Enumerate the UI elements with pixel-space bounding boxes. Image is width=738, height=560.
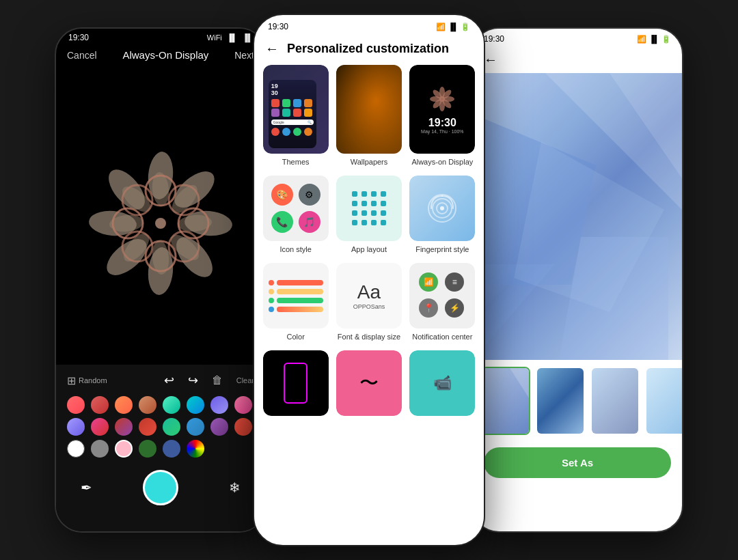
- color-palette: [67, 396, 254, 458]
- svg-point-37: [440, 206, 444, 210]
- color-swatch[interactable]: [115, 440, 133, 458]
- wifi-notif-icon: 📶: [419, 272, 438, 292]
- grid-icon: ⊞: [67, 374, 76, 387]
- color-swatch[interactable]: [115, 396, 133, 414]
- aod-date: May 14, Thu · 100%: [421, 129, 464, 134]
- color-swatch[interactable]: [139, 440, 156, 458]
- icon-circle-1: 🎨: [271, 184, 293, 206]
- app-layout-card[interactable]: App layout: [336, 176, 402, 253]
- teal-preview-thumbnail: 📹: [409, 350, 475, 416]
- snowflake-icon[interactable]: ❄: [229, 479, 241, 496]
- color-swatch[interactable]: [163, 440, 180, 458]
- video-icon: 📹: [433, 374, 452, 392]
- color-swatch[interactable]: [67, 396, 85, 414]
- wallpapers-label: Wallpapers: [351, 158, 388, 166]
- svg-marker-41: [510, 368, 529, 402]
- color-swatch[interactable]: [163, 418, 180, 436]
- thumb-bg-2: [537, 368, 584, 434]
- phone2: 19:30 📶 ▐▌ 🔋 ← Personalized customizatio…: [253, 14, 485, 546]
- color-swatch[interactable]: [187, 418, 204, 436]
- font-name-display: OPPOSans: [353, 303, 385, 310]
- icon-circle-2: ⚙: [299, 184, 320, 206]
- color-swatch[interactable]: [187, 440, 204, 458]
- color-swatch[interactable]: [187, 396, 204, 414]
- wallpaper-thumbnails[interactable]: [473, 360, 682, 442]
- signature-icon[interactable]: ✒: [81, 479, 92, 496]
- clear-label[interactable]: Clear: [236, 376, 254, 384]
- pink-preview-thumbnail: 〜: [336, 350, 402, 416]
- color-swatch[interactable]: [210, 396, 228, 414]
- phone2-content[interactable]: 1930: [254, 65, 484, 527]
- color-swatch[interactable]: [210, 418, 228, 436]
- notification-card[interactable]: 📶 ≡ 📍 ⚡ Notification center: [409, 263, 476, 341]
- signal-icon: ▐▌: [227, 33, 238, 42]
- color-swatch[interactable]: [139, 418, 156, 436]
- customization-row1: 1930: [262, 65, 476, 166]
- themes-card[interactable]: 1930: [262, 65, 329, 166]
- always-on-label: Always-on Display: [411, 158, 473, 166]
- color-swatch[interactable]: [67, 418, 85, 436]
- redo-icon[interactable]: ↪: [188, 373, 198, 388]
- always-on-card[interactable]: 19:30 May 14, Thu · 100% Always-on Displ…: [409, 65, 476, 166]
- battery-icon: 🔋: [661, 35, 671, 44]
- phone2-time: 19:30: [268, 22, 288, 31]
- font-aa-display: Aa: [357, 281, 381, 303]
- wallpaper-svg: [473, 73, 682, 360]
- pink-preview-card[interactable]: 〜: [336, 350, 402, 420]
- phone3-status-bar: 19:30 📶 ▐▌ 🔋: [473, 29, 682, 49]
- svg-point-24: [155, 218, 166, 229]
- wallpapers-thumbnail: [336, 65, 402, 154]
- bluetooth-notif-icon: ⚡: [445, 298, 464, 318]
- color-swatch[interactable]: [234, 396, 252, 414]
- color-swatch[interactable]: [234, 418, 252, 436]
- wallpaper-background: [473, 73, 682, 360]
- color-swatch[interactable]: [91, 418, 109, 436]
- app-layout-thumbnail: [336, 176, 402, 241]
- phone3: 19:30 📶 ▐▌ 🔋 ←: [472, 27, 683, 533]
- phone3-time: 19:30: [484, 34, 504, 44]
- thumbnail-3[interactable]: [590, 367, 640, 435]
- capture-button-inner: [147, 474, 174, 501]
- back-button[interactable]: ←: [265, 41, 279, 57]
- phone1-toolbar: ✒ ❄: [67, 464, 254, 511]
- wallpapers-card[interactable]: Wallpapers: [336, 65, 402, 166]
- set-as-button[interactable]: Set As: [484, 447, 671, 478]
- themes-label: Themes: [282, 158, 310, 166]
- icon-style-card[interactable]: 🎨 ⚙ 📞 🎵 Icon style: [262, 176, 329, 253]
- snowflake-artwork: [85, 148, 236, 298]
- phone3-back-button[interactable]: ←: [484, 52, 497, 67]
- thumbnail-4[interactable]: [645, 367, 682, 435]
- fingerprint-thumbnail: [409, 176, 475, 241]
- teal-preview-card[interactable]: 📹: [409, 350, 476, 420]
- capture-button[interactable]: [143, 470, 178, 505]
- icon-style-label: Icon style: [279, 245, 311, 253]
- wave-icon: 〜: [359, 370, 379, 396]
- aod-flower-svg: [428, 85, 456, 113]
- color-swatch[interactable]: [91, 440, 109, 458]
- fingerprint-label: Fingerprint style: [415, 245, 469, 253]
- themes-thumbnail: 1930: [263, 65, 329, 154]
- color-swatch[interactable]: [139, 396, 156, 414]
- fingerprint-card[interactable]: Fingerprint style: [409, 176, 476, 253]
- color-swatch[interactable]: [163, 396, 180, 414]
- black-preview-card[interactable]: [262, 350, 329, 420]
- black-preview-thumbnail: [263, 350, 329, 416]
- next-button[interactable]: Next: [234, 50, 254, 61]
- svg-marker-38: [610, 73, 682, 182]
- thumbnail-2[interactable]: [536, 367, 585, 435]
- thumbnail-1[interactable]: [481, 367, 530, 435]
- phone1-status-bar: 19:30 WiFi ▐▌ ▐▌: [56, 29, 265, 46]
- cancel-button[interactable]: Cancel: [67, 50, 97, 61]
- undo-redo-clear-group: ↩ ↪ 🗑 Clear: [164, 373, 254, 388]
- color-swatch[interactable]: [115, 418, 133, 436]
- color-swatch[interactable]: [91, 396, 109, 414]
- font-card[interactable]: Aa OPPOSans Font & display size: [336, 263, 402, 341]
- random-label[interactable]: Random: [79, 376, 107, 384]
- color-thumbnail: [263, 263, 329, 328]
- color-swatch[interactable]: [67, 440, 85, 458]
- snowflake-display-area: [56, 66, 265, 380]
- color-card[interactable]: Color: [262, 263, 329, 341]
- delete-icon[interactable]: 🗑: [212, 374, 223, 387]
- battery-icon: 🔋: [461, 23, 470, 31]
- undo-icon[interactable]: ↩: [164, 373, 174, 388]
